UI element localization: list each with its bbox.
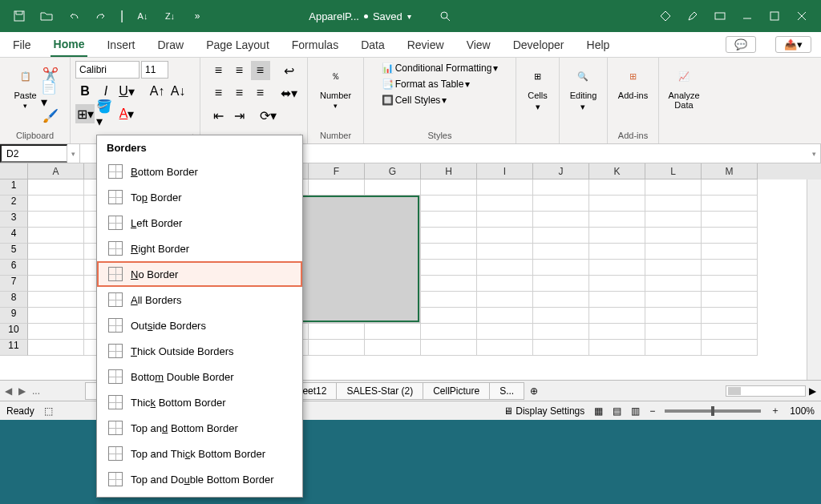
tab-view[interactable]: View xyxy=(463,34,494,56)
column-header[interactable]: J xyxy=(533,163,589,179)
cell[interactable] xyxy=(28,212,84,228)
cell[interactable] xyxy=(702,196,758,212)
align-right-icon[interactable]: ≡ xyxy=(251,83,270,103)
tab-draw[interactable]: Draw xyxy=(154,34,187,56)
vertical-scrollbar[interactable] xyxy=(807,179,821,380)
column-header[interactable]: G xyxy=(365,163,421,179)
wrap-text-icon[interactable]: ↩ xyxy=(280,61,299,80)
cell[interactable] xyxy=(589,260,645,276)
cell[interactable] xyxy=(309,324,365,340)
cell[interactable] xyxy=(533,292,589,308)
formula-bar-expand[interactable]: ▾ xyxy=(808,144,821,163)
undo-icon[interactable] xyxy=(61,3,87,29)
cell[interactable] xyxy=(309,260,365,276)
cell[interactable] xyxy=(645,212,702,228)
cell[interactable] xyxy=(645,179,702,196)
sheet-tab[interactable]: CellPicture xyxy=(423,382,490,400)
minimize-icon[interactable] xyxy=(734,3,760,29)
cell[interactable] xyxy=(309,212,365,228)
cell[interactable] xyxy=(645,228,702,244)
tab-nav-menu[interactable]: ... xyxy=(32,385,40,397)
merge-center-icon[interactable]: ⬌▾ xyxy=(280,83,299,103)
cell[interactable] xyxy=(477,179,533,196)
cell-styles-button[interactable]: 🔲 Cell Styles ▾ xyxy=(382,95,447,106)
diamond-icon[interactable] xyxy=(653,3,678,29)
cell[interactable] xyxy=(28,244,84,260)
tab-home[interactable]: Home xyxy=(51,33,88,57)
shrink-font-icon[interactable]: A↓ xyxy=(168,82,188,101)
border-option-thick-bottom[interactable]: Thick Bottom Border xyxy=(97,389,302,415)
cell[interactable] xyxy=(365,228,421,244)
sheet-tab[interactable]: S... xyxy=(489,382,524,400)
border-option-all[interactable]: All Borders xyxy=(97,287,302,312)
autosave-icon[interactable] xyxy=(6,3,32,29)
zoom-level[interactable]: 100% xyxy=(790,405,815,417)
align-bottom-icon[interactable]: ≡ xyxy=(251,61,270,80)
format-painter-icon[interactable]: 🖌️ xyxy=(41,106,60,125)
view-normal-icon[interactable]: ▦ xyxy=(594,405,603,417)
cell[interactable] xyxy=(533,244,589,260)
cell[interactable] xyxy=(28,340,84,356)
column-header[interactable]: I xyxy=(477,163,533,179)
view-pagelayout-icon[interactable]: ▤ xyxy=(613,405,621,417)
tab-pagelayout[interactable]: Page Layout xyxy=(203,34,273,56)
cell[interactable] xyxy=(477,276,533,292)
cell[interactable] xyxy=(702,340,758,356)
row-header[interactable]: 2 xyxy=(0,196,28,212)
align-top-icon[interactable]: ≡ xyxy=(209,61,229,80)
cell[interactable] xyxy=(645,308,702,324)
cell[interactable] xyxy=(589,276,645,292)
bold-button[interactable]: B xyxy=(75,82,95,101)
cell[interactable] xyxy=(421,260,477,276)
cell[interactable] xyxy=(645,196,702,212)
tab-nav-prev[interactable]: ◀ xyxy=(5,385,12,397)
cell[interactable] xyxy=(589,179,645,196)
cell[interactable] xyxy=(589,228,645,244)
comments-button[interactable]: 💬 xyxy=(726,36,756,53)
borders-button[interactable]: ⊞▾ xyxy=(75,104,95,123)
column-header[interactable]: K xyxy=(589,163,645,179)
macro-record-icon[interactable]: ⬚ xyxy=(44,405,53,417)
cell[interactable] xyxy=(421,244,477,260)
cell[interactable] xyxy=(28,260,84,276)
sheet-tab[interactable]: SALES-Star (2) xyxy=(336,382,423,400)
align-middle-icon[interactable]: ≡ xyxy=(230,61,249,80)
cell[interactable] xyxy=(365,292,421,308)
cell[interactable] xyxy=(309,276,365,292)
cell[interactable] xyxy=(365,340,421,356)
cell[interactable] xyxy=(477,196,533,212)
tab-review[interactable]: Review xyxy=(404,34,447,56)
cell[interactable] xyxy=(702,228,758,244)
maximize-icon[interactable] xyxy=(762,3,787,29)
border-option-top-bottom[interactable]: Top and Bottom Border xyxy=(97,415,302,441)
cell[interactable] xyxy=(28,179,84,196)
cell[interactable] xyxy=(365,276,421,292)
cell[interactable] xyxy=(589,308,645,324)
cell[interactable] xyxy=(421,324,477,340)
cell[interactable] xyxy=(589,212,645,228)
cell[interactable] xyxy=(533,308,589,324)
cell[interactable] xyxy=(421,292,477,308)
format-as-table-button[interactable]: 📑 Format as Table ▾ xyxy=(382,79,471,90)
ribbon-mode-icon[interactable] xyxy=(707,3,733,29)
sort-desc-icon[interactable]: Z↓ xyxy=(157,3,183,29)
cell[interactable] xyxy=(533,228,589,244)
border-option-top[interactable]: Top Border xyxy=(97,184,302,210)
border-option-bottom[interactable]: Bottom Border xyxy=(97,159,302,184)
cell[interactable] xyxy=(533,340,589,356)
close-icon[interactable] xyxy=(789,3,815,29)
cell[interactable] xyxy=(421,212,477,228)
cell[interactable] xyxy=(421,228,477,244)
cell[interactable] xyxy=(702,244,758,260)
cell[interactable] xyxy=(533,260,589,276)
cell[interactable] xyxy=(421,308,477,324)
horizontal-scrollbar[interactable] xyxy=(726,385,806,397)
border-option-outside[interactable]: Outside Borders xyxy=(97,312,302,338)
font-color-button[interactable]: A▾ xyxy=(117,104,136,123)
cell[interactable] xyxy=(477,212,533,228)
cells-button[interactable]: ⊞Cells▾ xyxy=(523,61,553,115)
column-header[interactable]: A xyxy=(28,163,84,179)
column-header[interactable]: F xyxy=(309,163,365,179)
cell[interactable] xyxy=(28,292,84,308)
brush-icon[interactable] xyxy=(680,3,706,29)
